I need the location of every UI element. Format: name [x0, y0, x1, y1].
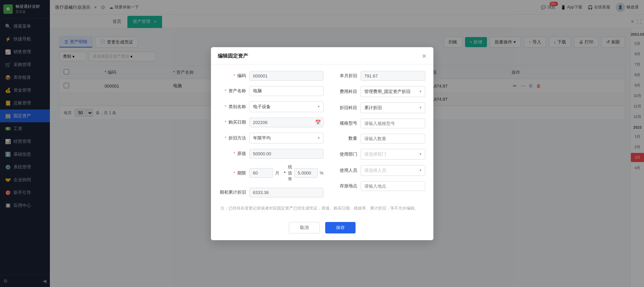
- form-row-depreciation-subject: 折旧科目 累计折旧 ▾: [330, 102, 425, 113]
- user-select[interactable]: 请选择人员 ▾: [361, 165, 425, 176]
- form-right-col: 本月折旧 费用科目 管理费用_固定资产折旧 ▾: [324, 71, 425, 203]
- monthly-dep-input: [361, 71, 425, 81]
- location-label: 存放地点: [330, 183, 361, 189]
- depreciation-subject-label: 折旧科目: [330, 105, 361, 111]
- purchase-date-input[interactable]: [249, 118, 324, 127]
- user-placeholder: 请选择人员: [364, 167, 386, 173]
- cancel-button[interactable]: 取消: [289, 222, 320, 233]
- code-input[interactable]: [249, 71, 324, 81]
- form-row-code: * 编码: [219, 71, 324, 81]
- modal-footer: 取消 保存: [211, 218, 433, 240]
- user-label: 使用人员: [330, 167, 361, 173]
- purchase-date-field: 📅: [249, 118, 324, 127]
- depreciation-subject-value: 累计折旧: [364, 105, 382, 111]
- residual-rate-unit: %: [320, 170, 324, 176]
- department-label: 使用部门: [330, 151, 361, 157]
- modal-body: * 编码 * 资产名称 *: [211, 64, 433, 218]
- expense-subject-label: 费用科目: [330, 89, 361, 95]
- form-row-asset-name: * 资产名称: [219, 86, 324, 96]
- modal-close-btn[interactable]: ✕: [422, 53, 427, 60]
- form-row-location: 存放地点: [330, 181, 425, 191]
- expense-subject-arrow: ▾: [420, 89, 422, 94]
- form-row-initial-accumulated: 期初累计折旧: [219, 188, 324, 197]
- quantity-input[interactable]: [361, 134, 425, 144]
- category-select[interactable]: 电子设备 ▾: [249, 101, 324, 112]
- department-select[interactable]: 请选择部门 ▾: [361, 149, 425, 160]
- location-input[interactable]: [361, 181, 425, 191]
- form-row-quantity: 数量: [330, 134, 425, 144]
- form-row-original-value: * 原值: [219, 149, 324, 159]
- category-dropdown-icon: ▾: [318, 104, 320, 109]
- initial-accumulated-input[interactable]: [249, 188, 324, 197]
- edit-asset-modal: 编辑固定资产 ✕ * 编码 * 资产: [211, 47, 433, 240]
- initial-accumulated-label: 期初累计折旧: [219, 189, 249, 195]
- modal-overlay: 编辑固定资产 ✕ * 编码 * 资产: [0, 0, 644, 287]
- purchase-date-label: * 购买日期: [219, 119, 249, 125]
- category-value: 电子设备: [253, 104, 271, 110]
- form-row-user: 使用人员 请选择人员 ▾: [330, 165, 425, 176]
- calendar-icon[interactable]: 📅: [315, 120, 321, 125]
- depreciation-subject-arrow: ▾: [420, 105, 422, 110]
- form-row-department: 使用部门 请选择部门 ▾: [330, 149, 425, 160]
- spec-label: 规格型号: [330, 120, 361, 126]
- form-row-purchase-date: * 购买日期 📅: [219, 118, 324, 127]
- period-unit: 月: [275, 170, 279, 176]
- form-left-col: * 编码 * 资产名称 *: [219, 71, 324, 203]
- spec-input[interactable]: [361, 119, 425, 128]
- form-row-category: * 类别名称 电子设备 ▾: [219, 101, 324, 112]
- department-placeholder: 请选择部门: [364, 151, 386, 157]
- code-label: * 编码: [219, 73, 249, 79]
- modal-note: 注：已经存在变更记录或者对应固定资产已经生成凭证，原值、购买日期、残值率、累计折…: [219, 205, 425, 211]
- asset-name-label: * 资产名称: [219, 88, 249, 94]
- category-label: * 类别名称: [219, 104, 249, 110]
- depreciation-method-select[interactable]: 年限平均 ▾: [249, 133, 324, 144]
- modal-header: 编辑固定资产 ✕: [211, 47, 433, 64]
- period-label: * 期限: [219, 170, 249, 176]
- original-value-label: * 原值: [219, 151, 249, 157]
- depreciation-method-label: * 折旧方法: [219, 135, 249, 141]
- save-button[interactable]: 保存: [325, 222, 356, 233]
- expense-subject-value: 管理费用_固定资产折旧: [364, 89, 410, 95]
- residual-rate-input[interactable]: [294, 168, 318, 178]
- form-row-expense-subject: 费用科目 管理费用_固定资产折旧 ▾: [330, 86, 425, 97]
- original-value-input[interactable]: [249, 149, 324, 159]
- asset-name-input[interactable]: [249, 86, 324, 96]
- depreciation-method-arrow: ▾: [318, 136, 320, 140]
- period-inline: 月 * 残值率 %: [249, 164, 324, 182]
- form-grid: * 编码 * 资产名称 *: [219, 71, 425, 203]
- modal-title: 编辑固定资产: [218, 53, 248, 59]
- period-input[interactable]: [249, 168, 273, 178]
- residual-rate-label: 残值率: [288, 164, 292, 182]
- quantity-label: 数量: [330, 135, 361, 141]
- monthly-dep-label: 本月折旧: [330, 73, 361, 79]
- department-arrow: ▾: [420, 152, 422, 156]
- form-row-period: * 期限 月 * 残值率 %: [219, 164, 324, 182]
- expense-subject-select[interactable]: 管理费用_固定资产折旧 ▾: [361, 86, 425, 97]
- form-row-spec: 规格型号: [330, 119, 425, 128]
- depreciation-method-value: 年限平均: [253, 135, 271, 141]
- depreciation-subject-select[interactable]: 累计折旧 ▾: [361, 102, 425, 113]
- user-arrow: ▾: [420, 168, 422, 172]
- form-row-depreciation-method: * 折旧方法 年限平均 ▾: [219, 133, 324, 144]
- form-row-monthly-dep: 本月折旧: [330, 71, 425, 81]
